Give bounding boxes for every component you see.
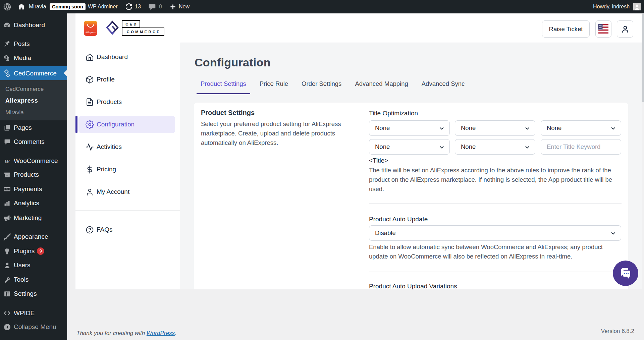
svg-text:AliExpress: AliExpress <box>86 31 96 34</box>
